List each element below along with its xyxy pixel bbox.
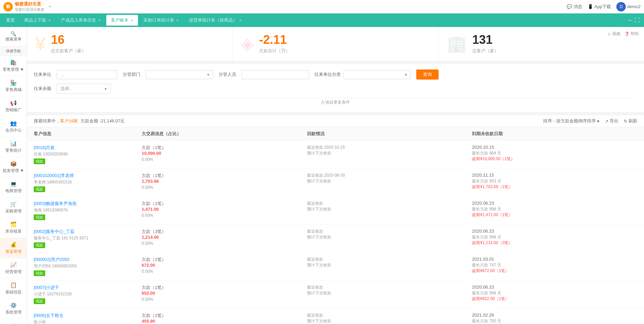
sidebar-quick-nav[interactable]: 快捷导航 — [0, 47, 27, 56]
due-date-5: 2021.03.01 — [472, 257, 637, 262]
tab-bar: 首页 商品上下架 ✕ 产成品入库单历史 ✕ 客户账本 ✕ 采购订单统计表 ✕ 进… — [0, 13, 644, 27]
customer-name-6[interactable]: [0007]小进千 — [34, 285, 142, 291]
sidebar-item-retail-stats[interactable]: 📊 零售统计 — [0, 137, 27, 157]
dept-select[interactable]: ▾ — [146, 70, 213, 79]
company-dropdown[interactable]: ▼ — [48, 4, 52, 9]
overdue-link-1[interactable]: 超期¥10,000.00（1笔） — [472, 156, 637, 162]
stat-icon-diamond: ◈ — [241, 35, 254, 52]
customer-cell-7: [0006]去下粮仓 陈小帅 现款 — [34, 313, 142, 324]
user-menu[interactable]: D demo2 — [616, 2, 641, 11]
customer-tag-6: 现款 — [34, 298, 45, 304]
help-link[interactable]: ❓ 帮助 — [624, 31, 639, 37]
balance-select[interactable]: 选择... ▾ — [57, 84, 111, 94]
sidebar-item-basic-info[interactable]: 📋 基础信息 — [0, 278, 27, 299]
overdue-days-1: 最长欠款 884 天 — [472, 150, 637, 156]
tab-production-history[interactable]: 产成品入库单历史 ✕ — [56, 15, 106, 26]
debt-pct-5: 0.00% — [142, 269, 307, 274]
overdue-link-4[interactable]: 超期¥1,214.00（3笔） — [472, 240, 637, 246]
tab-purchase-order[interactable]: 采购订单统计表 ✕ — [139, 15, 184, 26]
customer-tag-3: 现款 — [34, 214, 45, 220]
sidebar-item-member[interactable]: 👥 会员中心 — [0, 117, 27, 137]
tab-close-production[interactable]: ✕ — [98, 19, 101, 22]
sidebar-item-inventory[interactable]: 🗂️ 库存核算 — [0, 218, 27, 238]
refresh-btn[interactable]: ↻ 刷新 — [624, 118, 637, 124]
video-link[interactable]: ▷ 视频 — [608, 31, 620, 37]
next-recover-2: 预计下次收款 — [307, 178, 472, 184]
customer-name-3[interactable]: [0003]畅捷服务尹海燕 — [34, 201, 142, 207]
sidebar-item-retail-mall[interactable]: 🏪 零售商城 — [0, 76, 27, 96]
due-cell-1: 2020.10.15 最长欠款 884 天 超期¥10,000.00（1笔） — [472, 145, 637, 162]
sidebar-item-purchase[interactable]: 🛒 采购管理 — [0, 198, 27, 218]
customer-cell-4: [0002]服务中心_丁磊 服务中心_丁磊 181 0125 8371 现款 — [34, 229, 142, 248]
recover-label-4: 最近收款 — [307, 229, 472, 234]
debt-amount-1: 10,000.00 — [142, 151, 307, 156]
unit-type-select[interactable]: ▾ — [343, 70, 411, 79]
sidebar-item-marketing[interactable]: 📢 营销推广 — [0, 96, 27, 117]
collapse-btn[interactable]: ⋀ 收起更多条件 — [34, 98, 637, 107]
overdue-link-6[interactable]: 超期¥652.00（1笔） — [472, 296, 637, 302]
export-btn[interactable]: ↗ 导出 — [605, 118, 618, 124]
overdue-days-5: 最长欠款 747 天 — [472, 262, 637, 268]
customer-phone-7: 陈小帅 — [34, 319, 142, 324]
customer-name-1[interactable]: [0016]吕俊 — [34, 145, 142, 151]
debt-amount-2: 1,703.68 — [142, 179, 307, 184]
tab-product-shelf[interactable]: 商品上下架 ✕ — [20, 15, 56, 26]
sidebar-item-retail-mgmt[interactable]: 🛍️ 零售管理 ▼ — [0, 56, 27, 76]
customer-cell-1: [0016]吕俊 吕俊 13026203696 现款 — [34, 145, 142, 164]
source-unit-label: 往来单位 — [34, 71, 54, 78]
stat-content-1: 16 总欠款客户（家） — [51, 34, 86, 54]
tab-maximize-btn[interactable]: ⛶ — [635, 17, 640, 23]
manager-input[interactable]: ... — [242, 70, 309, 79]
debt-pct-6: 0.00% — [142, 297, 307, 302]
sidebar-search-btn[interactable]: 🔍 搜索菜单 — [3, 30, 24, 43]
message-icon: 💬 — [567, 4, 572, 9]
customer-phone-2: 李老师 18600391516 — [34, 179, 142, 185]
recover-label-1: 最近收款 2020-10-15 — [307, 145, 472, 150]
tab-customer-account[interactable]: 客户账本 ✕ — [106, 15, 138, 26]
stat-label-amount: 欠款合计（万） — [259, 48, 290, 54]
search-button[interactable]: 查询 — [416, 69, 439, 80]
sidebar-item-batch-mgmt[interactable]: 📦 批发管理 ▼ — [0, 157, 27, 177]
debt-count-5: 欠款（1笔） — [142, 257, 307, 263]
sidebar-item-ops[interactable]: 📈 经营管理 — [0, 258, 27, 278]
stat-number-amount: -2.11 — [259, 34, 290, 46]
logo-area: 畅 畅捷通好生意 母婴行业演示账套 ▼ — [3, 1, 64, 12]
tab-close-stats[interactable]: ✕ — [239, 19, 242, 22]
balance-dropdown-icon: ▾ — [105, 86, 107, 91]
overdue-link-5[interactable]: 超期¥672.00（1笔） — [472, 268, 637, 274]
customer-name-7[interactable]: [0006]去下粮仓 — [34, 313, 142, 319]
tab-home[interactable]: 首页 — [1, 15, 20, 26]
content-area: ¥ 16 总欠款客户（家） ◈ -2.11 欠款合计（万） 🏢 131 — [27, 27, 644, 324]
overdue-link-2[interactable]: 超期¥1,703.68（1笔） — [472, 184, 637, 190]
brand-name: 畅捷通好生意 — [15, 1, 45, 7]
tab-close-purchase[interactable]: ✕ — [176, 19, 179, 22]
sidebar-item-enterprise[interactable]: 🤝 企业协同 — [0, 319, 27, 324]
sidebar-item-system[interactable]: ⚙️ 系统管理 — [0, 299, 27, 319]
customer-name-2[interactable]: [0001020001]李老师 — [34, 173, 142, 179]
source-unit-input[interactable]: ... — [57, 70, 117, 79]
export-icon: ↗ — [605, 119, 609, 124]
customer-name-5[interactable]: [000002]用户2050 — [34, 257, 142, 263]
message-btn[interactable]: 💬 消息 — [567, 4, 582, 10]
sort-btn[interactable]: 排序：按欠款金额倒序排序 ▾ — [543, 118, 599, 124]
recover-cell-7: 最近收款 预计下次收款 — [307, 313, 472, 324]
customer-phone-1: 吕俊 13026203696 — [34, 151, 142, 157]
tab-close-customer[interactable]: ✕ — [131, 19, 133, 22]
due-cell-2: 2020.11.15 最长欠款 853 天 超期¥1,703.68（1笔） — [472, 173, 637, 190]
due-cell-7: 2021.02.26 最长欠款 750 天 超期¥455.90（1笔） — [472, 313, 637, 324]
tab-minimize-btn[interactable]: ─ — [628, 17, 632, 23]
sidebar-item-ecommerce[interactable]: 💻 电商管理 — [0, 177, 27, 198]
tab-close-product[interactable]: ✕ — [48, 19, 51, 22]
table-row: [0003]畅捷服务尹海燕 海燕 18513066976 现款 欠款（1笔） 1… — [27, 197, 644, 225]
debt-pct-4: 0.00% — [142, 241, 307, 246]
customer-name-4[interactable]: [0002]服务中心_丁磊 — [34, 229, 142, 235]
recover-cell-3: 最近收款 预计下次收款 — [307, 201, 472, 212]
marketing-icon: 📢 — [1, 100, 25, 106]
overdue-link-3[interactable]: 超期¥1,471.00（1笔） — [472, 212, 637, 218]
stat-number-customers: 16 — [51, 34, 86, 46]
debt-count-2: 欠款（1笔） — [142, 173, 307, 179]
sidebar-item-finance[interactable]: 💰 资金管理 — [0, 238, 27, 258]
app-download-btn[interactable]: 📱 App下载 — [588, 4, 611, 10]
tab-purchase-stats[interactable]: 进货单统计表（按商品） ✕ — [184, 15, 247, 26]
unit-type-label: 往来单位分类 — [314, 71, 341, 78]
